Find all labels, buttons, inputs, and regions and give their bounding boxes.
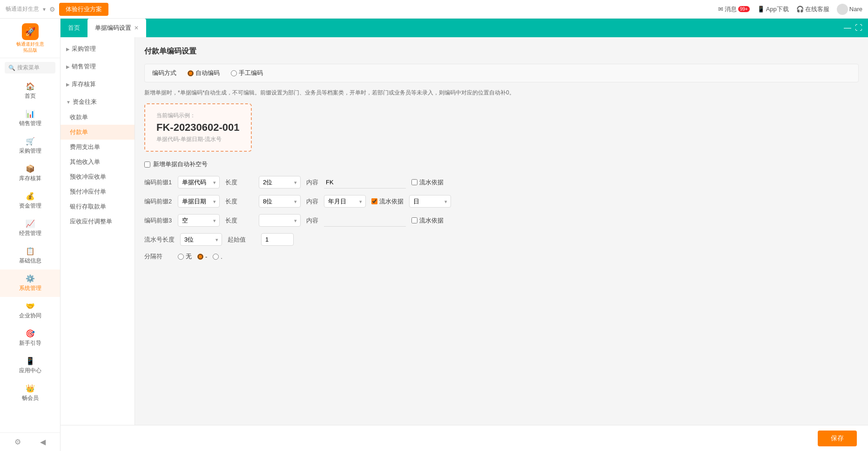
tab-serial-label: 单据编码设置 (95, 24, 131, 32)
serial-check1[interactable] (411, 179, 417, 185)
sidebar-item-member[interactable]: 👑 畅会员 (0, 379, 60, 407)
serial-check1-label[interactable]: 流水依据 (411, 178, 444, 187)
group-label: 采购管理 (72, 45, 96, 53)
length1-select[interactable]: 2位 (259, 176, 301, 188)
sidebar-item-apps[interactable]: 📱 应用中心 (0, 352, 60, 379)
enterprise-icon: 🤝 (26, 302, 35, 310)
prefix3-select[interactable]: 空 (178, 214, 220, 227)
online-service-link[interactable]: 🎧 在线客服 (796, 5, 829, 13)
prefix2-select[interactable]: 单据日期 (178, 195, 220, 208)
message-link[interactable]: ✉ 消息 99+ (718, 5, 750, 13)
sidebar-item-enterprise[interactable]: 🤝 企业协同 (0, 297, 60, 324)
tab-bar-actions: — ⛶ (844, 24, 868, 32)
app-download-label: App下载 (766, 5, 789, 13)
serial-option-select[interactable]: 日 (409, 195, 451, 208)
sub-menu-group-title-purchase[interactable]: ▶ 采购管理 (61, 41, 135, 57)
app-download-link[interactable]: 📱 App下载 (757, 5, 789, 13)
serial-length-select[interactable]: 3位 (180, 233, 222, 246)
sidebar-item-label: 系统管理 (19, 284, 41, 292)
save-button[interactable]: 保存 (818, 431, 857, 446)
settings-gear-icon[interactable]: ⚙ (49, 6, 55, 13)
sidebar-item-sales[interactable]: 📊 销售管理 (0, 105, 60, 132)
serial-check2-label[interactable]: 流水依据 (371, 197, 404, 206)
sidebar-item-operations[interactable]: 📈 经营管理 (0, 215, 60, 242)
sep-dot-text: . (221, 253, 222, 260)
sidebar-item-purchase[interactable]: 🛒 采购管理 (0, 132, 60, 160)
collapse-icon[interactable]: ◀ (40, 438, 46, 446)
sidebar-item-guide[interactable]: 🎯 新手引导 (0, 324, 60, 352)
sidebar: 🚀 畅通道好生意 拓品版 🔍 搜索菜单 🏠 首页 📊 销售管理 🛒 (0, 19, 61, 451)
tab-serial-setting[interactable]: 单据编码设置 ✕ (87, 19, 146, 37)
content1-input[interactable] (324, 176, 406, 188)
sidebar-item-finance[interactable]: 💰 资金管理 (0, 187, 60, 215)
sub-menu-group-finance: ▼ 资金往来 收款单 付款单 费用支出单 其他收入单 (61, 94, 135, 229)
sidebar-item-label: 销售管理 (19, 120, 41, 128)
sub-menu-item-expense[interactable]: 费用支出单 (61, 140, 135, 155)
sub-menu-item-payment[interactable]: 付款单 (61, 125, 135, 140)
manual-coding-radio[interactable] (231, 70, 237, 76)
trial-button[interactable]: 体验行业方案 (59, 3, 108, 16)
manual-coding-radio-label[interactable]: 手工编码 (231, 69, 263, 77)
tab-expand-icon[interactable]: ⛶ (855, 24, 862, 32)
dropdown-arrow[interactable]: ▾ (43, 6, 46, 13)
sub-menu-item-prepay-pay[interactable]: 预付冲应付单 (61, 184, 135, 199)
sidebar-item-label: 企业协同 (19, 312, 41, 320)
length3-select[interactable] (259, 214, 301, 227)
content3-input[interactable] (324, 215, 406, 227)
search-box[interactable]: 🔍 搜索菜单 (5, 62, 55, 74)
sep-none-radio[interactable] (178, 254, 184, 260)
length2-select[interactable]: 8位 (259, 195, 301, 208)
message-badge: 99+ (738, 6, 750, 12)
sub-menu-item-bank-deposit[interactable]: 银行存取款单 (61, 199, 135, 214)
sidebar-search[interactable]: 🔍 搜索菜单 (0, 58, 60, 77)
search-label: 搜索菜单 (17, 64, 40, 72)
serial-check3-label[interactable]: 流水依据 (411, 216, 444, 225)
sep-dash-label[interactable]: - (197, 253, 207, 260)
tab-home[interactable]: 首页 (61, 19, 87, 37)
sidebar-item-label: 库存核算 (19, 175, 41, 182)
user-profile[interactable]: Nare (837, 4, 862, 15)
finance-icon: 💰 (26, 192, 35, 201)
content2-select-wrap: 年月日 (324, 195, 366, 208)
serial-check3[interactable] (411, 217, 417, 223)
tab-close-icon[interactable]: ✕ (134, 25, 139, 31)
sub-menu-group-title-finance[interactable]: ▼ 资金往来 (61, 94, 135, 110)
sep-dot-radio[interactable] (213, 254, 219, 260)
sep-dot-label[interactable]: . (213, 253, 222, 260)
sub-menu-item-prepay-receipt[interactable]: 预收冲应收单 (61, 169, 135, 184)
separator-row: 分隔符 无 - . (144, 252, 859, 261)
sidebar-item-system[interactable]: ⚙️ 系统管理 (0, 269, 60, 297)
sidebar-item-home[interactable]: 🏠 首页 (0, 77, 60, 105)
auto-fill-checkbox[interactable] (144, 162, 150, 168)
start-value-input[interactable] (261, 233, 294, 246)
sub-menu-item-income[interactable]: 其他收入单 (61, 155, 135, 169)
serial-check2[interactable] (371, 198, 377, 204)
chevron-right-icon: ▶ (66, 64, 70, 69)
user-name: Nare (849, 6, 862, 13)
sub-menu-item-receipt[interactable]: 收款单 (61, 110, 135, 125)
chevron-down-icon: ▼ (66, 100, 71, 105)
top-bar-right: ✉ 消息 99+ 📱 App下载 🎧 在线客服 Nare (718, 4, 862, 15)
sub-menu-group-title-sales[interactable]: ▶ 销售管理 (61, 59, 135, 74)
auto-coding-radio-label[interactable]: 自动编码 (188, 69, 220, 77)
auto-coding-radio[interactable] (188, 70, 194, 76)
settings-bottom-icon[interactable]: ⚙ (14, 438, 21, 446)
sub-menu-item-payable-adjust[interactable]: 应收应付调整单 (61, 214, 135, 229)
sep-none-label[interactable]: 无 (178, 252, 192, 261)
serial-check2-text: 流水依据 (379, 197, 404, 206)
prefix1-select-wrap: 单据代码 (178, 176, 220, 188)
sidebar-item-basic[interactable]: 📋 基础信息 (0, 242, 60, 269)
sidebar-item-inventory[interactable]: 📦 库存核算 (0, 160, 60, 187)
prefix2-select-wrap: 单据日期 (178, 195, 220, 208)
sidebar-bottom: ⚙ ◀ (0, 432, 60, 451)
prefix-row-1: 编码前缀1 单据代码 长度 2位 内容 (144, 176, 859, 188)
prefix3-select-wrap: 空 (178, 214, 220, 227)
sep-dash-radio[interactable] (197, 254, 203, 260)
tab-minimize-icon[interactable]: — (844, 24, 851, 32)
logo-icon: 🚀 (22, 23, 39, 40)
sub-menu-group-title-inventory[interactable]: ▶ 库存核算 (61, 76, 135, 92)
content2-label: 内容 (306, 197, 318, 206)
sidebar-item-label: 新手引导 (19, 339, 41, 347)
prefix1-select[interactable]: 单据代码 (178, 176, 220, 188)
content2-select[interactable]: 年月日 (324, 195, 366, 208)
